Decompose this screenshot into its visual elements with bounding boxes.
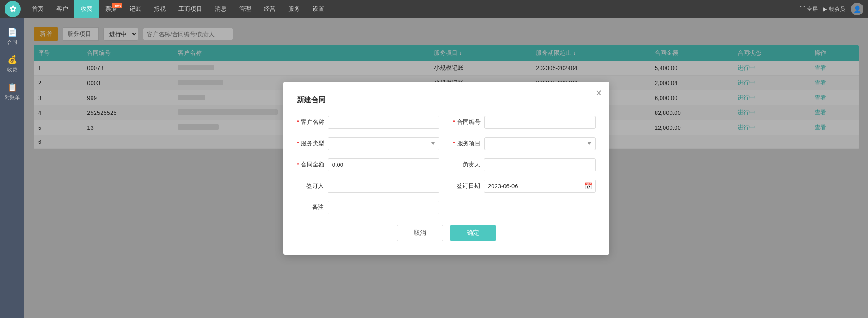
sidebar-item-fee[interactable]: 💰 收费 — [0, 50, 24, 78]
form-row-4: 签订人 签订日期 📅 — [297, 180, 596, 193]
field-customer-name: 客户名称 — [297, 116, 439, 129]
field-service-item: 服务项目 — [453, 137, 596, 150]
sign-date-input[interactable] — [484, 180, 596, 193]
statement-icon: 📋 — [7, 82, 17, 92]
sidebar-item-contract[interactable]: 📄 合同 — [0, 23, 24, 50]
modal-footer: 取消 确定 — [297, 225, 596, 241]
fee-icon: 💰 — [7, 55, 17, 65]
sidebar: 📄 合同 💰 收费 📋 对账单 — [0, 18, 24, 318]
signer-input[interactable] — [328, 180, 439, 193]
signer-label: 签订人 — [297, 182, 324, 190]
top-navigation: ✿ 首页 客户 收费 票据 new 记账 报税 工商项目 消息 管理 经营 服务… — [0, 0, 868, 18]
new-contract-modal: ✕ 新建合同 客户名称 合同编号 服务类型 — [283, 82, 609, 255]
nav-item-tax[interactable]: 报税 — [148, 0, 172, 18]
close-button[interactable]: ✕ — [595, 88, 602, 98]
responsible-input[interactable] — [484, 158, 596, 171]
contract-amount-label: 合同金额 — [297, 161, 324, 169]
main-layout: 📄 合同 💰 收费 📋 对账单 新增 服务项目 进行中 已完成 已取消 — [0, 18, 868, 318]
field-responsible: 负责人 — [453, 158, 596, 171]
form-row-5: 备注 — [297, 201, 596, 214]
field-remark: 备注 — [297, 201, 439, 214]
content-area: 新增 服务项目 进行中 已完成 已取消 序号 合同编号 客户名称 服务项目 ↕ … — [24, 18, 868, 318]
field-sign-date: 签订日期 📅 — [453, 180, 596, 193]
remark-label: 备注 — [297, 203, 324, 211]
nav-right: ⛶ 全屏 ▶ 畅会员 👤 — [800, 3, 863, 15]
contract-no-input[interactable] — [484, 116, 596, 129]
nav-item-fee[interactable]: 收费 — [74, 0, 99, 18]
contract-no-label: 合同编号 — [453, 118, 481, 126]
nav-items: 首页 客户 收费 票据 new 记账 报税 工商项目 消息 管理 经营 服务 设… — [25, 0, 800, 18]
field-contract-amount: 合同金额 — [297, 158, 439, 171]
new-badge: new — [112, 3, 122, 8]
nav-item-service[interactable]: 服务 — [282, 0, 306, 18]
field-service-type: 服务类型 — [297, 137, 439, 150]
modal-overlay: ✕ 新建合同 客户名称 合同编号 服务类型 — [24, 18, 868, 318]
field-signer: 签订人 — [297, 180, 439, 193]
contract-amount-input[interactable] — [328, 158, 439, 171]
customer-name-label: 客户名称 — [297, 118, 324, 126]
responsible-label: 负责人 — [453, 161, 480, 169]
modal-title: 新建合同 — [297, 95, 596, 105]
nav-item-manage[interactable]: 管理 — [233, 0, 257, 18]
service-type-label: 服务类型 — [297, 139, 324, 147]
membership-button[interactable]: ▶ 畅会员 — [823, 5, 845, 13]
avatar[interactable]: 👤 — [851, 3, 863, 15]
nav-item-message[interactable]: 消息 — [208, 0, 233, 18]
nav-item-business[interactable]: 工商项目 — [172, 0, 208, 18]
confirm-button[interactable]: 确定 — [450, 225, 496, 241]
contract-icon: 📄 — [7, 27, 17, 37]
nav-item-home[interactable]: 首页 — [25, 0, 50, 18]
sign-date-label: 签订日期 — [453, 182, 480, 190]
service-item-select[interactable] — [484, 137, 596, 150]
nav-item-ticket[interactable]: 票据 new — [99, 0, 123, 18]
nav-item-bookkeeping[interactable]: 记账 — [123, 0, 148, 18]
service-type-select[interactable] — [328, 137, 439, 150]
form-row-3: 合同金额 负责人 — [297, 158, 596, 171]
app-logo: ✿ — [5, 1, 21, 17]
customer-name-input[interactable] — [328, 116, 439, 129]
fullscreen-button[interactable]: ⛶ 全屏 — [800, 5, 818, 13]
form-row-1: 客户名称 合同编号 — [297, 116, 596, 129]
nav-item-settings[interactable]: 设置 — [306, 0, 331, 18]
form-row-2: 服务类型 服务项目 — [297, 137, 596, 150]
cancel-button[interactable]: 取消 — [397, 225, 443, 241]
sidebar-item-statement[interactable]: 📋 对账单 — [0, 78, 24, 105]
service-item-label: 服务项目 — [453, 139, 481, 147]
calendar-icon[interactable]: 📅 — [584, 182, 592, 190]
nav-item-operation[interactable]: 经营 — [257, 0, 282, 18]
field-contract-no: 合同编号 — [453, 116, 596, 129]
remark-input[interactable] — [328, 201, 439, 214]
nav-item-customer[interactable]: 客户 — [50, 0, 74, 18]
